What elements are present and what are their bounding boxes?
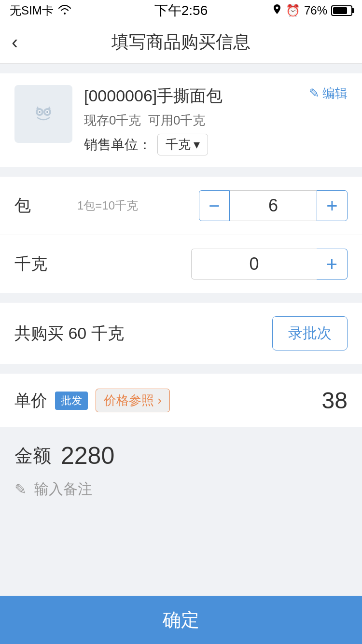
remark-row[interactable]: ✎ 输入备注 bbox=[14, 479, 348, 499]
package-section: 包 1包=10千克 − + 千克 + bbox=[0, 177, 362, 293]
price-ref-button[interactable]: 价格参照 › bbox=[96, 389, 170, 412]
package-controls: − + bbox=[199, 190, 348, 221]
edit-icon: ✎ bbox=[309, 86, 320, 101]
kg-controls: + bbox=[191, 249, 348, 280]
product-info: [0000006]手撕面包 ✎ 编辑 现存0千克 可用0千克 销售单位： 千克 … bbox=[84, 85, 348, 155]
product-unit-row: 销售单位： 千克 ▾ bbox=[84, 134, 348, 155]
package-sub-label: 1包=10千克 bbox=[77, 198, 138, 213]
price-left: 单价 批发 价格参照 › bbox=[14, 389, 170, 412]
summary-section: 共购买 60 千克 录批次 bbox=[0, 303, 362, 364]
amount-row: 金额 2280 bbox=[14, 442, 348, 470]
battery-pct: 76% bbox=[304, 4, 327, 17]
price-section: 单价 批发 价格参照 › 38 bbox=[0, 374, 362, 427]
kg-quantity-input[interactable] bbox=[191, 249, 317, 280]
summary-text: 共购买 60 千克 bbox=[14, 322, 124, 345]
unit-select[interactable]: 千克 ▾ bbox=[157, 134, 208, 155]
batch-button[interactable]: 录批次 bbox=[272, 316, 348, 350]
package-label: 包 bbox=[14, 195, 72, 217]
remark-text: 输入备注 bbox=[34, 479, 92, 499]
status-left: 无SIM卡 bbox=[10, 3, 72, 18]
edit-button[interactable]: ✎ 编辑 bbox=[309, 85, 348, 102]
product-card: [0000006]手撕面包 ✎ 编辑 现存0千克 可用0千克 销售单位： 千克 … bbox=[0, 73, 362, 167]
amount-label: 金额 bbox=[14, 444, 51, 468]
package-row: 包 1包=10千克 − + bbox=[0, 177, 362, 235]
status-time: 下午2:56 bbox=[154, 1, 208, 20]
status-right: ⏰ 76% bbox=[272, 4, 352, 17]
battery-icon bbox=[331, 5, 352, 16]
page-title: 填写商品购买信息 bbox=[111, 30, 251, 54]
product-image bbox=[14, 85, 72, 143]
amount-value: 2280 bbox=[61, 442, 114, 470]
location-icon bbox=[272, 4, 282, 17]
svg-point-5 bbox=[46, 111, 48, 113]
chevron-down-icon: ▾ bbox=[194, 137, 200, 152]
package-quantity-input[interactable] bbox=[230, 190, 317, 221]
edit-remark-icon: ✎ bbox=[14, 481, 27, 498]
amount-section: 金额 2280 ✎ 输入备注 bbox=[0, 427, 362, 509]
wifi-icon bbox=[57, 3, 72, 18]
product-stock: 现存0千克 可用0千克 bbox=[84, 112, 348, 129]
kg-plus-button[interactable]: + bbox=[317, 249, 348, 280]
package-minus-button[interactable]: − bbox=[199, 190, 230, 221]
kg-row: 千克 + bbox=[0, 235, 362, 293]
price-value: 38 bbox=[322, 387, 348, 414]
confirm-button[interactable]: 确定 bbox=[0, 596, 362, 644]
wholesale-badge: 批发 bbox=[55, 392, 88, 410]
sim-label: 无SIM卡 bbox=[10, 3, 54, 18]
svg-point-4 bbox=[39, 111, 41, 113]
product-name: [0000006]手撕面包 bbox=[84, 85, 223, 107]
price-row: 单价 批发 价格参照 › 38 bbox=[14, 387, 348, 414]
status-bar: 无SIM卡 下午2:56 ⏰ 76% bbox=[0, 0, 362, 21]
back-button[interactable]: ‹ bbox=[12, 31, 18, 53]
nav-bar: ‹ 填写商品购买信息 bbox=[0, 21, 362, 64]
kg-label: 千克 bbox=[14, 253, 72, 275]
alarm-icon: ⏰ bbox=[286, 4, 300, 17]
package-plus-button[interactable]: + bbox=[317, 190, 348, 221]
price-label: 单价 bbox=[14, 390, 47, 412]
